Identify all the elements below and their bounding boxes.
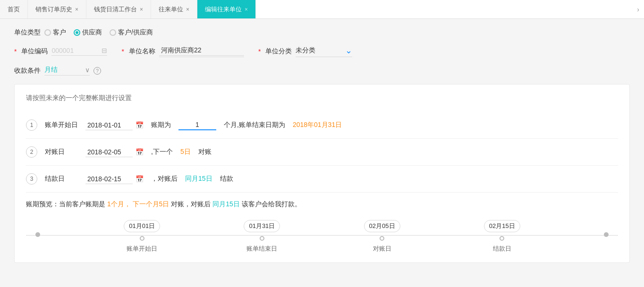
chevron-right-icon: › <box>637 6 639 13</box>
tab-cashwork-label: 钱货日清工作台 <box>94 5 137 14</box>
step-row-3: 3 结款日 📅 ，对账后 同月15日 结款 <box>26 166 618 193</box>
timeline-point-4: 02月15日 结款日 <box>484 220 520 253</box>
step-date-1: 📅 <box>85 120 144 130</box>
close-icon[interactable]: × <box>245 6 248 13</box>
radio-both[interactable]: 客户/供应商 <box>110 28 153 37</box>
step-label-3: 结款日 <box>45 175 78 183</box>
unit-name-input-wrapper <box>159 46 244 57</box>
panel-hint: 请按照未来的一个完整帐期进行设置 <box>26 94 618 102</box>
step-row-1: 1 账单开始日 📅 账期为 个月,账单结束日期为 2018年01月31日 <box>26 112 618 139</box>
step-1-end-date: 2018年01月31日 <box>293 121 342 129</box>
tab-home[interactable]: 首页 <box>0 0 28 18</box>
tabs-bar: 首页 销售订单历史 × 钱货日清工作台 × 往来单位 × 编辑往来单位 × › <box>0 0 644 19</box>
step-1-desc-pre: 账期为 <box>151 121 171 129</box>
unit-type-field: 单位类型 客户 供应商 客户/供应商 <box>14 28 153 37</box>
unit-code-input-wrapper: ⊟ <box>51 47 107 56</box>
step-3-desc-post: 结款 <box>220 175 233 183</box>
close-icon[interactable]: × <box>75 6 78 13</box>
timeline-wrapper: 01月01日 账单开始日 01月31日 账单结束日 <box>26 220 618 253</box>
chevron-down-icon: ⌄ <box>345 45 352 56</box>
radio-customer[interactable]: 客户 <box>44 28 66 37</box>
timeline-point-3: 02月05日 对账日 <box>364 220 400 253</box>
preview-label: 账期预览：当前客户账期是 <box>26 200 105 208</box>
step-2-date-input[interactable] <box>85 147 133 157</box>
tab-sales-history[interactable]: 销售订单历史 × <box>28 0 86 18</box>
step-date-2: 📅 <box>85 147 144 157</box>
radio-both-label: 客户/供应商 <box>118 28 153 37</box>
tl-dot-4 <box>500 236 504 241</box>
tab-sales-history-label: 销售订单历史 <box>35 5 72 14</box>
copy-icon[interactable]: ⊟ <box>102 47 107 54</box>
tl-label-3: 对账日 <box>373 245 391 253</box>
preview-payment: 同月15日 <box>212 200 240 208</box>
preview-text: 账期预览：当前客户账期是 1个月， 下一个月5日 对账，对账后 同月15日 该客… <box>26 200 618 209</box>
unit-name-input[interactable] <box>159 46 244 56</box>
chevron-down-icon: ∨ <box>85 66 90 74</box>
step-3-date-input[interactable] <box>85 174 133 184</box>
unit-category-field: * 单位分类 未分类 ⌄ <box>258 45 352 57</box>
tab-partner[interactable]: 往来单位 × <box>151 0 197 18</box>
tab-home-label: 首页 <box>8 5 20 14</box>
payment-select[interactable]: 月结 ∨ <box>44 66 90 76</box>
unit-info-row: * 单位编码 ⊟ * 单位名称 * 单位分类 未分类 ⌄ <box>14 45 630 57</box>
close-icon[interactable]: × <box>186 6 189 13</box>
calendar-icon[interactable]: 📅 <box>136 175 144 183</box>
tab-expand-button[interactable]: › <box>632 0 644 18</box>
unit-code-label: 单位编码 <box>21 47 48 56</box>
radio-circle-supplier <box>74 29 80 36</box>
step-1-desc-mid: 个月,账单结束日期为 <box>224 121 285 129</box>
help-icon[interactable]: ? <box>93 67 101 75</box>
radio-supplier[interactable]: 供应商 <box>74 28 102 37</box>
required-star: * <box>121 48 124 55</box>
unit-category-value: 未分类 <box>296 46 343 55</box>
required-star: * <box>14 48 17 55</box>
period-input[interactable] <box>178 120 216 130</box>
preview-section: 账期预览：当前客户账期是 1个月， 下一个月5日 对账，对账后 同月15日 该客… <box>26 193 618 253</box>
step-2-next-highlight: 5日 <box>180 148 191 156</box>
step-1-date-input[interactable] <box>85 120 133 130</box>
step-3-day-highlight: 同月15日 <box>185 175 212 183</box>
payment-field: 收款条件 月结 ∨ ? <box>14 66 101 76</box>
unit-code-field: * 单位编码 ⊟ <box>14 47 107 56</box>
timeline-start-dot <box>35 232 40 237</box>
required-star: * <box>258 48 261 55</box>
timeline-point-2: 01月31日 账单结束日 <box>244 220 280 253</box>
preview-mid-text: 对账，对账后 <box>171 200 211 208</box>
timeline-point-1: 01月01日 账单开始日 <box>124 220 160 253</box>
step-label-1: 账单开始日 <box>45 121 78 129</box>
radio-circle-both <box>110 29 116 36</box>
unit-name-field: * 单位名称 <box>121 46 244 57</box>
step-3-desc-pre: ，对账后 <box>151 175 178 183</box>
payment-value: 月结 <box>44 66 82 74</box>
unit-code-input[interactable] <box>51 47 99 54</box>
tab-cashwork[interactable]: 钱货日清工作台 × <box>86 0 151 18</box>
tl-label-2: 账单结束日 <box>246 245 277 253</box>
tl-dot-1 <box>140 236 144 241</box>
step-num-3: 3 <box>26 173 37 185</box>
tab-edit-partner[interactable]: 编辑往来单位 × <box>197 0 256 18</box>
tl-dot-2 <box>260 236 264 241</box>
step-num-1: 1 <box>26 119 37 131</box>
unit-name-label: 单位名称 <box>129 47 155 56</box>
radio-supplier-label: 供应商 <box>82 28 102 37</box>
step-2-desc-pre: ,下一个 <box>151 148 173 156</box>
close-icon[interactable]: × <box>140 6 143 13</box>
preview-end-text: 该客户会给我打款。 <box>242 200 301 208</box>
calendar-icon[interactable]: 📅 <box>136 148 144 156</box>
unit-type-label: 单位类型 <box>14 28 41 37</box>
tab-edit-partner-label: 编辑往来单位 <box>205 5 242 14</box>
calendar-icon[interactable]: 📅 <box>136 121 144 129</box>
radio-customer-label: 客户 <box>53 28 66 37</box>
step-label-2: 对账日 <box>45 148 78 156</box>
preview-next-date: 下一个月5日 <box>133 200 169 208</box>
payment-label: 收款条件 <box>14 67 41 75</box>
tab-partner-label: 往来单位 <box>159 5 183 14</box>
radio-circle-customer <box>44 29 51 36</box>
unit-type-radio-group: 客户 供应商 客户/供应商 <box>44 28 153 37</box>
tl-label-1: 账单开始日 <box>127 245 157 253</box>
unit-category-dropdown[interactable]: 未分类 ⌄ <box>296 45 352 57</box>
step-date-3: 📅 <box>85 174 144 184</box>
start-dot <box>35 232 40 237</box>
payment-row: 收款条件 月结 ∨ ? <box>14 66 630 76</box>
settings-panel: 请按照未来的一个完整帐期进行设置 1 账单开始日 📅 账期为 个月,账单结束日期… <box>14 84 630 263</box>
